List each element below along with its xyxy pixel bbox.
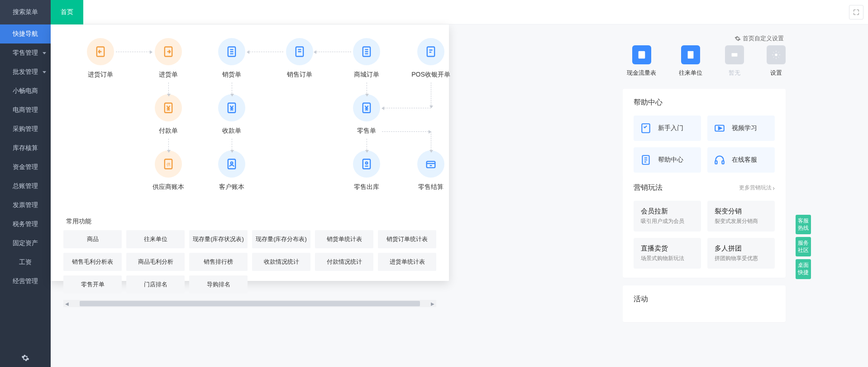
node-purchase-order[interactable]: 进货订单 bbox=[73, 38, 128, 79]
help-item-helpcenter[interactable]: 帮助中心 bbox=[634, 147, 701, 173]
svg-rect-4 bbox=[642, 124, 649, 133]
help-item-support[interactable]: 在线客服 bbox=[707, 147, 775, 173]
node-payment-slip[interactable]: 付款单 bbox=[141, 94, 196, 135]
sidebar-item-operations[interactable]: 经营管理 bbox=[0, 272, 51, 291]
sidebar-item-xiaochang[interactable]: 小畅电商 bbox=[0, 82, 51, 101]
gear-icon bbox=[771, 50, 781, 60]
yen-doc-icon bbox=[360, 101, 373, 114]
svg-rect-7 bbox=[715, 161, 717, 164]
list-icon bbox=[360, 45, 373, 58]
arrow bbox=[168, 139, 169, 152]
quick-icon-settings[interactable]: 设置 bbox=[767, 45, 786, 77]
gear-icon bbox=[734, 35, 741, 42]
common-functions-title: 常用功能 bbox=[66, 217, 444, 226]
quick-icon-label: 现金流量表 bbox=[627, 69, 656, 77]
help-item-beginner[interactable]: 新手入门 bbox=[634, 116, 701, 141]
quick-icons-row: 现金流量表 往来单位 暂无 设置 bbox=[627, 45, 786, 77]
sidebar-item-funds[interactable]: 资金管理 bbox=[0, 158, 51, 177]
scrollbar-thumb[interactable] bbox=[80, 301, 420, 306]
sidebar-item-purchase[interactable]: 采购管理 bbox=[0, 120, 51, 139]
node-supplier-ledger[interactable]: 供 供应商账本 bbox=[141, 150, 196, 191]
node-sales-slip[interactable]: 销货单 bbox=[205, 38, 259, 79]
svg-text:供: 供 bbox=[167, 162, 171, 167]
node-customer-ledger[interactable]: 客户账本 bbox=[205, 150, 259, 191]
marketing-card: 营销玩法 更多营销玩法 会员拉新 吸引用户成为会员 裂变分销 裂变式发展分销商 … bbox=[623, 174, 786, 278]
common-item[interactable]: 销售毛利分析表 bbox=[63, 253, 122, 271]
horizontal-scrollbar[interactable]: ◀ ▶ bbox=[63, 300, 436, 307]
common-item[interactable]: 现存量(库存状况表) bbox=[189, 230, 248, 248]
book-icon: 供 bbox=[162, 158, 175, 170]
quick-icon-label: 暂无 bbox=[729, 69, 740, 77]
doc-in-icon bbox=[94, 45, 107, 58]
common-item[interactable]: 付款情况统计 bbox=[315, 253, 373, 271]
workflow-diagram: 进货订单 进货单 销货单 销售订单 商城订单 POS收银开单 付款单 bbox=[55, 36, 444, 214]
arrow bbox=[168, 82, 169, 96]
sidebar-item-tax[interactable]: 税务管理 bbox=[0, 215, 51, 234]
marketing-item-livestream[interactable]: 直播卖货 场景式购物新玩法 bbox=[634, 238, 701, 269]
node-purchase-slip[interactable]: 进货单 bbox=[141, 38, 196, 79]
sidebar-settings-button[interactable] bbox=[0, 349, 51, 367]
common-item[interactable]: 销货单统计表 bbox=[315, 230, 373, 248]
quick-icon-cashflow[interactable]: 现金流量表 bbox=[627, 45, 656, 77]
node-retail-settlement[interactable]: 零售结算 bbox=[404, 150, 458, 191]
common-item[interactable]: 销售排行榜 bbox=[189, 253, 248, 271]
fullscreen-button[interactable] bbox=[849, 5, 863, 19]
common-item[interactable]: 商品毛利分析 bbox=[126, 253, 185, 271]
sidebar-item-salary[interactable]: 工资 bbox=[0, 253, 51, 272]
sidebar-item-retail[interactable]: 零售管理 bbox=[0, 43, 51, 63]
node-sales-order[interactable]: 销售订单 bbox=[272, 38, 327, 79]
sidebar-item-ecommerce[interactable]: 电商管理 bbox=[0, 101, 51, 120]
headset-icon bbox=[714, 154, 725, 166]
arrow bbox=[382, 131, 431, 132]
marketing-item-groupbuy[interactable]: 多人拼团 拼团购物享受优惠 bbox=[707, 238, 775, 269]
home-custom-settings[interactable]: 首页自定义设置 bbox=[734, 34, 784, 43]
outbound-icon bbox=[360, 158, 373, 170]
quick-icon-empty[interactable]: 暂无 bbox=[725, 45, 744, 77]
arrow bbox=[232, 82, 232, 96]
float-tag-hotline[interactable]: 客服热线 bbox=[796, 215, 811, 234]
common-item[interactable]: 进货单统计表 bbox=[378, 253, 436, 271]
help-title: 帮助中心 bbox=[634, 98, 663, 107]
sidebar-item-invoice[interactable]: 发票管理 bbox=[0, 196, 51, 215]
sidebar-item-fixed-assets[interactable]: 固定资产 bbox=[0, 234, 51, 253]
quick-icon-label: 往来单位 bbox=[679, 69, 702, 77]
marketing-item-member[interactable]: 会员拉新 吸引用户成为会员 bbox=[634, 201, 701, 232]
sidebar-item-inventory[interactable]: 库存核算 bbox=[0, 139, 51, 158]
sidebar-item-wholesale[interactable]: 批发管理 bbox=[0, 63, 51, 82]
float-tag-desktop[interactable]: 桌面快捷 bbox=[796, 259, 811, 279]
common-item[interactable]: 往来单位 bbox=[126, 230, 185, 248]
help-item-video[interactable]: 视频学习 bbox=[707, 116, 775, 141]
float-tag-community[interactable]: 服务社区 bbox=[796, 237, 811, 256]
common-item[interactable]: 销货订单统计表 bbox=[378, 230, 436, 248]
common-item[interactable]: 收款情况统计 bbox=[252, 253, 310, 271]
node-retail-outbound[interactable]: 零售出库 bbox=[339, 150, 394, 191]
quick-icon-label: 设置 bbox=[770, 69, 782, 77]
placeholder-icon bbox=[730, 50, 739, 60]
node-retail-slip[interactable]: 零售单 bbox=[339, 94, 394, 135]
common-item[interactable]: 零售开单 bbox=[63, 275, 122, 294]
marketing-item-fission[interactable]: 裂变分销 裂变式发展分销商 bbox=[707, 201, 775, 232]
yen-doc-icon bbox=[225, 101, 238, 114]
settlement-icon bbox=[424, 158, 437, 170]
marketing-more-link[interactable]: 更多营销玩法 bbox=[739, 184, 775, 192]
sidebar-item-ledger[interactable]: 总账管理 bbox=[0, 177, 51, 196]
arrow bbox=[314, 52, 351, 52]
svg-rect-24 bbox=[427, 161, 435, 168]
scroll-left-arrow[interactable]: ◀ bbox=[63, 300, 71, 307]
common-item[interactable]: 导购排名 bbox=[189, 275, 248, 294]
pos-icon bbox=[424, 45, 437, 58]
scroll-right-arrow[interactable]: ▶ bbox=[429, 300, 436, 307]
sidebar-item-quicknav[interactable]: 快捷导航 bbox=[0, 24, 51, 43]
common-item[interactable]: 商品 bbox=[63, 230, 122, 248]
quick-icon-partners[interactable]: 往来单位 bbox=[679, 45, 702, 77]
common-item[interactable]: 门店排名 bbox=[126, 275, 185, 294]
user-doc-icon bbox=[225, 158, 238, 170]
sidebar-search[interactable]: 搜索菜单 bbox=[0, 0, 51, 24]
checklist-icon bbox=[640, 122, 652, 134]
node-mall-order[interactable]: 商城订单 bbox=[339, 38, 394, 79]
node-pos[interactable]: POS收银开单 bbox=[404, 38, 458, 79]
quicknav-flyout: 进货订单 进货单 销货单 销售订单 商城订单 POS收银开单 付款单 bbox=[51, 24, 449, 281]
tab-home[interactable]: 首页 bbox=[51, 0, 83, 24]
node-receipt-slip[interactable]: 收款单 bbox=[205, 94, 259, 135]
common-item[interactable]: 现存量(库存分布表) bbox=[252, 230, 310, 248]
